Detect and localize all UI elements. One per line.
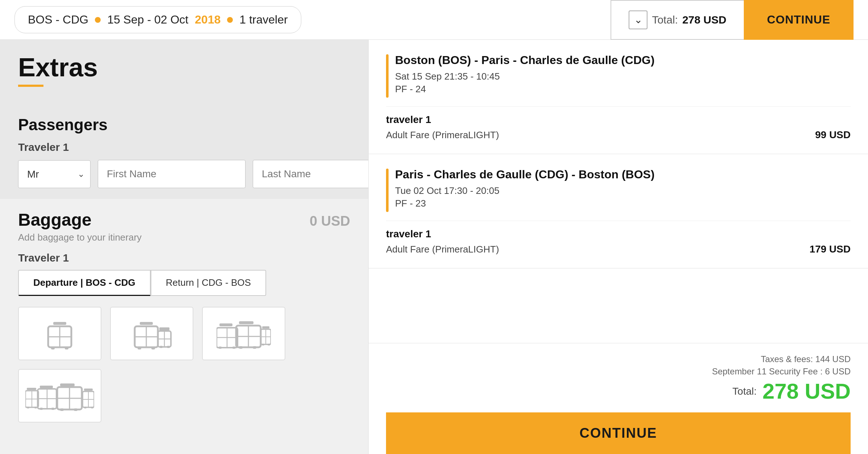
first-name-input[interactable] <box>98 160 246 188</box>
svg-rect-48 <box>60 383 75 386</box>
security-fee-row: September 11 Security Fee : 6 USD <box>386 366 851 377</box>
svg-rect-42 <box>40 386 53 388</box>
traveler-name-1: traveler 1 <box>386 114 851 126</box>
trip-info: BOS - CDG 15 Sep - 02 Oct 2018 1 travele… <box>14 6 301 33</box>
extras-section: Extras <box>0 40 368 105</box>
baggage-header: Baggage 0 USD <box>18 210 350 230</box>
security-fee-label: September 11 Security Fee : 6 USD <box>712 366 851 377</box>
taxes-label: Taxes & fees: 144 USD <box>761 354 851 364</box>
tab-return[interactable]: Return | CDG - BOS <box>151 270 266 296</box>
baggage-traveler-label: Traveler 1 <box>18 252 350 264</box>
title-select[interactable]: Mr Mrs Ms Dr <box>18 160 91 188</box>
top-bar: BOS - CDG 15 Sep - 02 Oct 2018 1 travele… <box>0 0 868 40</box>
fare-price-1: 99 USD <box>815 129 851 141</box>
itinerary-panel: Boston (BOS) - Paris - Charles de Gaulle… <box>368 40 868 454</box>
flight-segment-2: Paris - Charles de Gaulle (CDG) - Boston… <box>369 154 868 268</box>
svg-rect-22 <box>219 347 222 349</box>
baggage-section: Baggage 0 USD Add baggage to your itiner… <box>0 199 368 423</box>
svg-rect-40 <box>27 407 29 408</box>
segment-datetime-1: Sat 15 Sep 21:35 - 10:45 <box>395 71 655 82</box>
chevron-down-icon[interactable]: ⌄ <box>629 10 647 29</box>
fare-price-2: 179 USD <box>809 243 851 255</box>
total-box: ⌄ Total: 278 USD <box>611 0 743 40</box>
svg-rect-53 <box>74 408 77 411</box>
svg-rect-59 <box>91 407 93 408</box>
tab-departure[interactable]: Departure | BOS - CDG <box>18 270 151 296</box>
traveler-name-2: traveler 1 <box>386 228 851 240</box>
yellow-bar-2 <box>386 169 389 212</box>
continue-button-top[interactable]: CONTINUE <box>744 0 854 40</box>
baggage-option-0[interactable] <box>18 307 101 360</box>
passenger-form-row: Mr Mrs Ms Dr ⌄ <box>18 160 350 188</box>
svg-rect-47 <box>51 408 54 410</box>
segment-datetime-2: Tue 02 Oct 17:30 - 20:05 <box>395 185 655 196</box>
dot2 <box>227 17 233 23</box>
svg-rect-35 <box>268 344 270 345</box>
trip-route: BOS - CDG <box>28 13 88 26</box>
svg-rect-29 <box>253 346 256 349</box>
svg-rect-0 <box>53 322 66 325</box>
svg-rect-11 <box>151 347 155 349</box>
segment-route-1: Boston (BOS) - Paris - Charles de Gaulle… <box>386 53 851 98</box>
baggage-title: Baggage <box>18 210 92 230</box>
baggage-options <box>18 307 350 423</box>
title-select-wrap: Mr Mrs Ms Dr ⌄ <box>18 160 91 188</box>
baggage-subtitle: Add baggage to your itinerary <box>18 232 350 243</box>
segment-info-1: Boston (BOS) - Paris - Charles de Gaulle… <box>395 53 655 96</box>
svg-rect-34 <box>262 344 264 345</box>
svg-rect-58 <box>84 407 87 408</box>
svg-rect-16 <box>160 346 163 348</box>
svg-rect-10 <box>138 347 141 349</box>
yellow-bar-1 <box>386 54 389 98</box>
segment-title-1: Boston (BOS) - Paris - Charles de Gaulle… <box>395 53 655 67</box>
total-amount: 278 USD <box>682 14 726 26</box>
total-amount: 278 USD <box>763 379 851 404</box>
trip-dates: 15 Sep - 02 Oct 2018 <box>107 13 221 26</box>
svg-rect-18 <box>219 323 232 326</box>
svg-rect-41 <box>34 407 37 408</box>
segment-code-1: PF - 24 <box>395 84 655 95</box>
fare-label-1: Adult Fare (PrimeraLIGHT) <box>386 130 499 141</box>
dot1 <box>95 17 101 23</box>
left-panel: Extras Passengers Traveler 1 Mr Mrs Ms D… <box>0 40 368 454</box>
traveler-label: Traveler 1 <box>18 141 350 153</box>
passengers-title: Passengers <box>18 116 350 134</box>
total-label: Total: <box>733 386 757 397</box>
summary-footer: Taxes & fees: 144 USD September 11 Secur… <box>369 343 868 454</box>
bag-icon-3 <box>25 381 94 413</box>
top-right-controls: ⌄ Total: 278 USD CONTINUE <box>611 0 854 40</box>
last-name-input[interactable] <box>253 160 368 188</box>
total-row: Total: 278 USD <box>386 379 851 404</box>
baggage-option-2[interactable] <box>202 307 285 360</box>
fare-label-2: Adult Fare (PrimeraLIGHT) <box>386 244 499 255</box>
segment-route-2: Paris - Charles de Gaulle (CDG) - Boston… <box>386 167 851 212</box>
extras-underline <box>18 85 43 87</box>
bag-icon-1 <box>132 318 172 351</box>
svg-rect-28 <box>239 346 243 349</box>
svg-rect-52 <box>60 408 64 411</box>
baggage-tabs: Departure | BOS - CDG Return | CDG - BOS <box>18 270 350 296</box>
svg-rect-4 <box>51 347 55 349</box>
svg-rect-24 <box>239 321 253 324</box>
segment-code-2: PF - 23 <box>395 198 655 209</box>
total-label: Total: <box>652 14 678 26</box>
bag-icon-0 <box>45 318 74 351</box>
segment-title-2: Paris - Charles de Gaulle (CDG) - Boston… <box>395 167 655 182</box>
taxes-fee-row: Taxes & fees: 144 USD <box>386 354 851 364</box>
svg-rect-36 <box>27 388 36 390</box>
baggage-option-3[interactable] <box>18 369 101 423</box>
svg-rect-46 <box>40 408 43 410</box>
svg-rect-23 <box>232 347 235 349</box>
passengers-section: Passengers Traveler 1 Mr Mrs Ms Dr ⌄ <box>0 105 368 199</box>
baggage-price: 0 USD <box>310 213 350 229</box>
itinerary-scroll: Boston (BOS) - Paris - Charles de Gaulle… <box>369 40 868 343</box>
extras-title: Extras <box>18 54 350 80</box>
traveler-row-2: traveler 1 Adult Fare (PrimeraLIGHT) 179… <box>386 221 851 255</box>
traveler-row-1: traveler 1 Adult Fare (PrimeraLIGHT) 99 … <box>386 106 851 141</box>
bag-icon-2 <box>217 318 271 351</box>
continue-button-bottom[interactable]: CONTINUE <box>386 412 851 454</box>
baggage-option-1[interactable] <box>110 307 193 360</box>
svg-rect-5 <box>65 347 68 349</box>
main-content: Extras Passengers Traveler 1 Mr Mrs Ms D… <box>0 40 868 454</box>
fare-row-2: Adult Fare (PrimeraLIGHT) 179 USD <box>386 243 851 255</box>
